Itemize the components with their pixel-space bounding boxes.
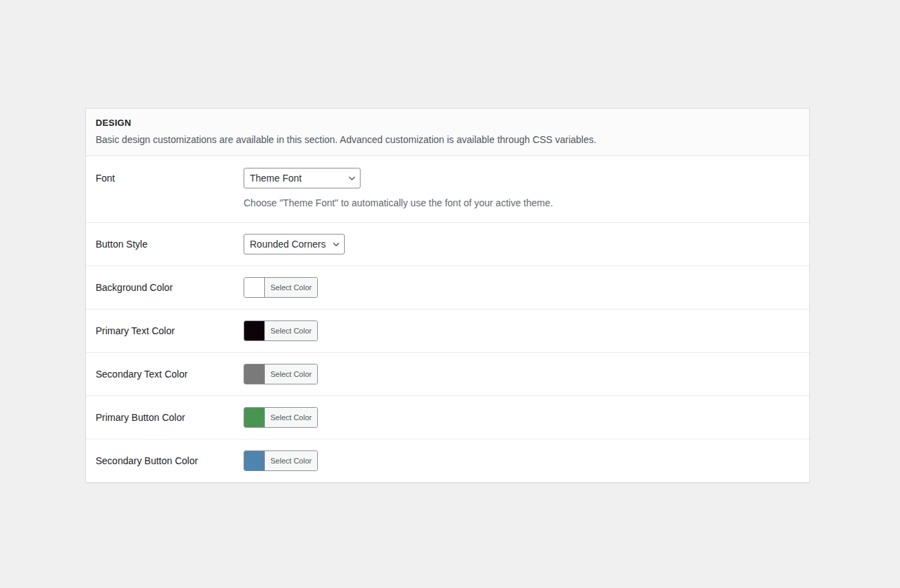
secondary-button-color-picker-button[interactable]: Select Color <box>244 450 318 471</box>
button-style-label: Button Style <box>96 234 244 254</box>
secondary-text-color-label: Secondary Text Color <box>96 364 244 384</box>
setting-row-button-style: Button Style Rounded Corners <box>86 223 809 266</box>
primary-button-color-label: Primary Button Color <box>96 407 244 428</box>
setting-row-primary-button-color: Primary Button Color Select Color <box>86 396 809 439</box>
button-style-select[interactable]: Rounded Corners <box>244 234 345 254</box>
primary-button-color-picker-button[interactable]: Select Color <box>244 407 318 428</box>
setting-row-font: Font Theme Font Choose "Theme Font" to a… <box>86 156 809 223</box>
select-color-label: Select Color <box>265 408 317 427</box>
design-section-header: DESIGN Basic design customizations are a… <box>86 109 809 156</box>
primary-text-color-picker-button[interactable]: Select Color <box>244 320 318 341</box>
design-settings-card: DESIGN Basic design customizations are a… <box>85 108 810 483</box>
primary-text-color-swatch <box>244 321 265 340</box>
setting-row-secondary-button-color: Secondary Button Color Select Color <box>86 439 809 482</box>
button-style-select-input[interactable]: Rounded Corners <box>244 234 345 254</box>
select-color-label: Select Color <box>265 364 317 384</box>
secondary-text-color-swatch <box>244 364 265 384</box>
settings-page: DESIGN Basic design customizations are a… <box>0 0 900 588</box>
select-color-label: Select Color <box>265 278 317 297</box>
background-color-label: Background Color <box>96 277 244 298</box>
primary-text-color-label: Primary Text Color <box>96 320 244 341</box>
font-select-input[interactable]: Theme Font <box>244 168 361 188</box>
select-color-label: Select Color <box>265 321 317 340</box>
setting-row-secondary-text-color: Secondary Text Color Select Color <box>86 353 809 396</box>
secondary-button-color-label: Secondary Button Color <box>96 450 244 471</box>
secondary-button-color-swatch <box>244 451 265 470</box>
setting-row-background-color: Background Color Select Color <box>86 266 809 309</box>
select-color-label: Select Color <box>265 451 317 470</box>
font-help-text: Choose "Theme Font" to automatically use… <box>244 197 800 208</box>
secondary-text-color-picker-button[interactable]: Select Color <box>244 364 318 384</box>
font-label: Font <box>96 168 244 188</box>
section-title: DESIGN <box>96 118 800 128</box>
background-color-picker-button[interactable]: Select Color <box>244 277 318 298</box>
primary-button-color-swatch <box>244 408 265 427</box>
background-color-swatch <box>244 278 265 297</box>
font-select[interactable]: Theme Font <box>244 168 361 188</box>
setting-row-primary-text-color: Primary Text Color Select Color <box>86 309 809 353</box>
section-description: Basic design customizations are availabl… <box>96 134 800 145</box>
